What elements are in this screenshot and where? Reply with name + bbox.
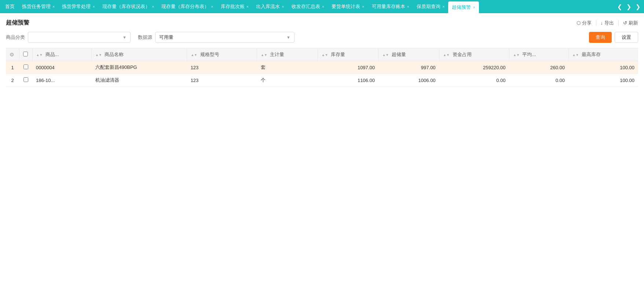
close-icon[interactable]: × bbox=[246, 4, 249, 9]
share-icon: ⬡ bbox=[577, 20, 581, 26]
datasource-filter-group: 数据源 可用量 ▼ bbox=[138, 32, 294, 43]
close-icon[interactable]: × bbox=[211, 4, 213, 9]
col-capital: ▲▼ 资金占用 bbox=[439, 48, 509, 61]
col-over-stock: ▲▼ 超储量 bbox=[378, 48, 439, 61]
row-checkbox-cell bbox=[19, 61, 32, 74]
datasource-select[interactable]: 可用量 ▼ bbox=[155, 32, 294, 43]
chevron-down-icon: ▼ bbox=[286, 35, 290, 40]
nav-batch[interactable]: 库存批次账 × bbox=[217, 0, 252, 13]
nav-exception[interactable]: 拣货异常处理 × bbox=[58, 0, 98, 13]
nav-expiry[interactable]: 保质期查询 × bbox=[413, 0, 448, 13]
sort-icon[interactable]: ▲▼ bbox=[36, 53, 43, 57]
sort-icon[interactable]: ▲▼ bbox=[191, 53, 197, 57]
col-product-name: ▲▼ 商品名称 bbox=[92, 48, 187, 61]
page-actions: ⬡ 分享 ↓ 导出 ↺ 刷新 bbox=[577, 20, 638, 26]
sort-icon[interactable]: ▲▼ bbox=[382, 53, 389, 57]
filter-row: 商品分类 ▼ 数据源 可用量 ▼ 查询 设置 bbox=[6, 32, 638, 43]
nav-arrows: ❮ ❯ ❯ bbox=[615, 0, 643, 13]
over-stock: 997.00 bbox=[378, 61, 439, 74]
nav-prev-arrow[interactable]: ❮ bbox=[615, 0, 624, 13]
product-name: 六配套新昌490BPG bbox=[92, 61, 187, 74]
close-icon[interactable]: × bbox=[322, 4, 324, 9]
over-stock: 1006.00 bbox=[378, 74, 439, 87]
sort-icon[interactable]: ▲▼ bbox=[513, 53, 520, 57]
nav-requisition[interactable]: 要货单统计表 × bbox=[328, 0, 368, 13]
close-icon[interactable]: × bbox=[152, 4, 154, 9]
nav-task-mgmt[interactable]: 拣货任务管理 × bbox=[18, 0, 58, 13]
nav-home[interactable]: 首页 bbox=[1, 0, 18, 13]
avg: 0.00 bbox=[509, 74, 568, 87]
datasource-label: 数据源 bbox=[138, 34, 152, 41]
nav-inout-flow[interactable]: 出入库流水 × bbox=[252, 0, 288, 13]
filter-actions: 查询 设置 bbox=[589, 32, 638, 43]
row-checkbox[interactable] bbox=[23, 77, 28, 82]
avg: 260.00 bbox=[509, 61, 568, 74]
col-product-code: ▲▼ 商品... bbox=[32, 48, 92, 61]
nav-overstock[interactable]: 超储预警 × bbox=[448, 1, 479, 13]
col-avg: ▲▼ 平均... bbox=[509, 48, 568, 61]
product-code: 186-10... bbox=[32, 74, 92, 87]
data-table: ⚙ ▲▼ 商品... ▲▼ 商品名称 ▲▼ 规格型号 ▲▼ bbox=[6, 48, 638, 87]
sort-icon[interactable]: ▲▼ bbox=[572, 53, 579, 57]
table-header-row: ⚙ ▲▼ 商品... ▲▼ 商品名称 ▲▼ 规格型号 ▲▼ bbox=[6, 48, 638, 61]
col-max-stock: ▲▼ 最高库存 bbox=[568, 48, 638, 61]
page-title-row: 超储预警 ⬡ 分享 ↓ 导出 ↺ 刷新 bbox=[6, 19, 638, 27]
nav-more-arrow[interactable]: ❯ bbox=[633, 0, 643, 13]
close-icon[interactable]: × bbox=[407, 4, 409, 9]
category-select[interactable]: ▼ bbox=[28, 32, 131, 43]
sort-icon[interactable]: ▲▼ bbox=[322, 53, 328, 57]
sort-icon[interactable]: ▲▼ bbox=[443, 53, 450, 57]
refresh-button[interactable]: ↺ 刷新 bbox=[623, 20, 638, 26]
gear-col-header: ⚙ bbox=[6, 48, 19, 61]
nav-stock-dist[interactable]: 现存量（库存分布表） × bbox=[158, 0, 217, 13]
close-icon[interactable]: × bbox=[362, 4, 364, 9]
product-name: 机油滤清器 bbox=[92, 74, 187, 87]
sort-icon[interactable]: ▲▼ bbox=[95, 53, 102, 57]
checkbox-col-header bbox=[19, 48, 32, 61]
top-nav: 首页 拣货任务管理 × 拣货异常处理 × 现存量（库存状况表） × 现存量（库存… bbox=[0, 0, 644, 13]
chevron-down-icon: ▼ bbox=[122, 35, 127, 40]
settings-button[interactable]: 设置 bbox=[615, 32, 638, 43]
select-all-checkbox[interactable] bbox=[23, 52, 28, 56]
close-icon[interactable]: × bbox=[52, 4, 55, 9]
close-icon[interactable]: × bbox=[473, 5, 475, 10]
gear-icon[interactable]: ⚙ bbox=[10, 52, 14, 58]
refresh-icon: ↺ bbox=[623, 20, 627, 26]
divider bbox=[618, 20, 619, 26]
col-unit: ▲▼ 主计量 bbox=[257, 48, 318, 61]
export-icon: ↓ bbox=[601, 20, 603, 26]
unit: 个 bbox=[257, 74, 318, 87]
export-button[interactable]: ↓ 导出 bbox=[601, 20, 614, 26]
capital: 0.00 bbox=[439, 74, 509, 87]
row-checkbox-cell bbox=[19, 74, 32, 87]
table-row[interactable]: 2 186-10... 机油滤清器 123 个 1106.00 1006.00 … bbox=[6, 74, 638, 87]
query-button[interactable]: 查询 bbox=[589, 32, 612, 43]
product-code: 0000004 bbox=[32, 61, 92, 74]
close-icon[interactable]: × bbox=[282, 4, 284, 9]
col-spec: ▲▼ 规格型号 bbox=[187, 48, 257, 61]
close-icon[interactable]: × bbox=[442, 4, 444, 9]
row-number: 1 bbox=[6, 61, 19, 74]
max-stock: 100.00 bbox=[568, 74, 638, 87]
max-stock: 100.00 bbox=[568, 61, 638, 74]
capital: 259220.00 bbox=[439, 61, 509, 74]
spec: 123 bbox=[187, 74, 257, 87]
row-checkbox[interactable] bbox=[23, 64, 28, 69]
sort-icon[interactable]: ▲▼ bbox=[261, 53, 267, 57]
unit: 套 bbox=[257, 61, 318, 74]
spec: 123 bbox=[187, 61, 257, 74]
datasource-value: 可用量 bbox=[159, 34, 173, 41]
share-button[interactable]: ⬡ 分享 bbox=[577, 20, 592, 26]
page-title: 超储预警 bbox=[6, 19, 29, 27]
col-stock: ▲▼ 库存量 bbox=[318, 48, 378, 61]
category-filter-group: 商品分类 ▼ bbox=[6, 32, 131, 43]
nav-stock-status[interactable]: 现存量（库存状况表） × bbox=[99, 0, 158, 13]
divider bbox=[596, 20, 596, 26]
close-icon[interactable]: × bbox=[92, 4, 95, 9]
nav-summary[interactable]: 收发存汇总表 × bbox=[288, 0, 328, 13]
table-row[interactable]: 1 0000004 六配套新昌490BPG 123 套 1097.00 997.… bbox=[6, 61, 638, 74]
nav-next-arrow[interactable]: ❯ bbox=[624, 0, 633, 13]
stock: 1106.00 bbox=[318, 74, 378, 87]
nav-available-book[interactable]: 可用量库存账本 × bbox=[368, 0, 413, 13]
row-number: 2 bbox=[6, 74, 19, 87]
